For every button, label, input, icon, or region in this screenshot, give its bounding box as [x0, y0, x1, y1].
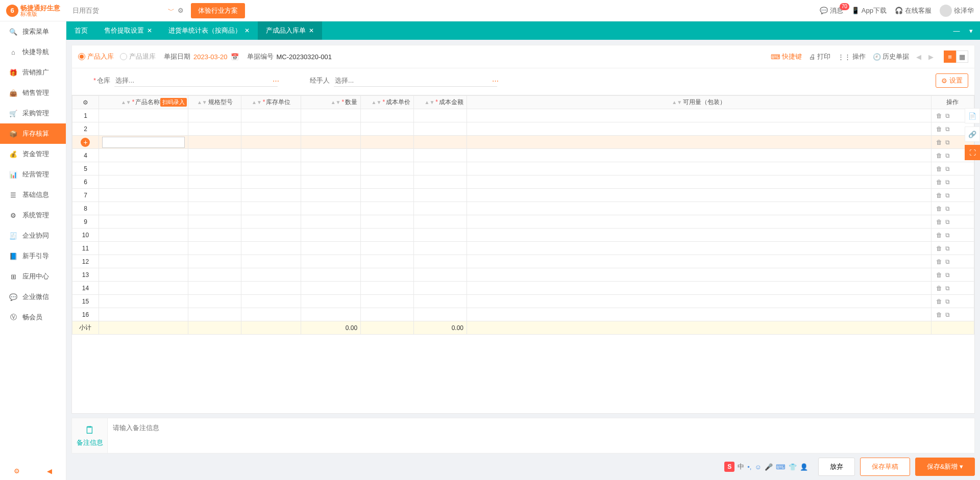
table-row[interactable]: 1🗑⧉: [72, 109, 974, 122]
tabs-menu-button[interactable]: ▾: [965, 24, 977, 37]
sidebar-item-6[interactable]: 💰资金管理: [0, 144, 66, 164]
copy-icon[interactable]: ⧉: [945, 311, 950, 318]
sidebar-item-0[interactable]: 🔍搜索菜单: [0, 21, 66, 42]
delete-icon[interactable]: 🗑: [936, 179, 942, 186]
sidebar-item-8[interactable]: ☰基础信息: [0, 185, 66, 205]
table-row[interactable]: 13🗑⧉: [72, 268, 974, 282]
sidebar-item-13[interactable]: 💬企业微信: [0, 287, 66, 307]
product-name-input[interactable]: [102, 137, 185, 148]
tab-3[interactable]: 产成品入库单✕: [258, 21, 322, 40]
delete-icon[interactable]: 🗑: [936, 218, 942, 225]
rail-link-icon[interactable]: 🔗: [965, 127, 980, 142]
sidebar-item-9[interactable]: ⚙系统管理: [0, 205, 66, 225]
table-row[interactable]: 9🗑⧉: [72, 215, 974, 229]
copy-icon[interactable]: ⧉: [945, 179, 950, 186]
sidebar-item-3[interactable]: 👜销售管理: [0, 83, 66, 103]
copy-icon[interactable]: ⧉: [945, 205, 950, 212]
sidebar-item-7[interactable]: 📊经营管理: [0, 164, 66, 185]
copy-icon[interactable]: ⧉: [945, 192, 950, 199]
delete-icon[interactable]: 🗑: [936, 271, 942, 279]
department-select[interactable]: 日用百货 ﹀: [72, 6, 175, 15]
table-row[interactable]: 14🗑⧉: [72, 282, 974, 295]
scan-badge[interactable]: 扫码录入: [160, 98, 187, 107]
handler-more-icon[interactable]: ⋯: [492, 77, 499, 85]
close-icon[interactable]: ✕: [147, 27, 152, 34]
delete-icon[interactable]: 🗑: [936, 311, 942, 318]
delete-icon[interactable]: 🗑: [936, 258, 942, 265]
gear-icon[interactable]: ⚙: [178, 7, 184, 14]
copy-icon[interactable]: ⧉: [945, 112, 950, 119]
save-draft-button[interactable]: 保存草稿: [860, 458, 910, 476]
copy-icon[interactable]: ⧉: [945, 271, 950, 279]
save-new-button[interactable]: 保存&新增 ▾: [915, 458, 975, 476]
copy-icon[interactable]: ⧉: [945, 258, 950, 265]
delete-icon[interactable]: 🗑: [936, 152, 942, 159]
print-button[interactable]: 🖨 打印: [809, 52, 830, 61]
messages-button[interactable]: 💬 消息 70: [820, 6, 843, 15]
view-card-button[interactable]: ▦: [956, 50, 968, 63]
sidebar-item-10[interactable]: 🧾企业协同: [0, 225, 66, 246]
table-row[interactable]: 2🗑⧉: [72, 122, 974, 136]
close-icon[interactable]: ✕: [244, 27, 250, 34]
user-menu[interactable]: 徐泽华: [940, 5, 974, 17]
copy-icon[interactable]: ⧉: [945, 298, 950, 305]
col-spec[interactable]: ▲▼规格型号: [188, 96, 241, 109]
sidebar-item-14[interactable]: Ⓥ畅会员: [0, 307, 66, 327]
table-row[interactable]: 6🗑⧉: [72, 175, 974, 189]
close-icon[interactable]: ✕: [309, 27, 314, 34]
handler-input[interactable]: [334, 74, 497, 87]
delete-icon[interactable]: 🗑: [936, 165, 942, 172]
sidebar-item-1[interactable]: ⌂快捷导航: [0, 42, 66, 62]
sidebar-item-11[interactable]: 📘新手引导: [0, 246, 66, 266]
copy-icon[interactable]: ⧉: [945, 245, 950, 252]
copy-icon[interactable]: ⧉: [945, 232, 950, 239]
next-icon[interactable]: ▶: [928, 53, 934, 61]
col-cost-amount[interactable]: ▲▼*成本金额: [414, 96, 467, 109]
table-row[interactable]: +🗑⧉: [72, 136, 974, 149]
remark-tab[interactable]: 🗒 备注信息: [72, 418, 108, 453]
sidebar-item-5[interactable]: 📦库存核算: [0, 123, 66, 144]
delete-icon[interactable]: 🗑: [936, 112, 942, 119]
shortcut-button[interactable]: ⌨ 快捷键: [771, 52, 802, 61]
col-unit[interactable]: ▲▼*库存单位: [241, 96, 301, 109]
tabs-minimize-button[interactable]: —: [950, 24, 963, 37]
sidebar-item-4[interactable]: 🛒采购管理: [0, 103, 66, 123]
remark-input[interactable]: [108, 418, 974, 453]
radio-product-out[interactable]: 产品退库: [120, 52, 156, 61]
calendar-icon[interactable]: 📅: [231, 53, 239, 61]
support-button[interactable]: 🎧 在线客服: [895, 6, 932, 15]
sidebar-item-2[interactable]: 🎁营销推广: [0, 62, 66, 83]
delete-icon[interactable]: 🗑: [936, 205, 942, 212]
operate-button[interactable]: ⋮⋮ 操作: [838, 52, 866, 61]
col-settings[interactable]: ⚙: [72, 96, 99, 109]
app-download-button[interactable]: 📱 App下载: [851, 6, 887, 15]
table-row[interactable]: 10🗑⧉: [72, 229, 974, 242]
table-row[interactable]: 11🗑⧉: [72, 242, 974, 255]
delete-icon[interactable]: 🗑: [936, 298, 942, 305]
table-row[interactable]: 15🗑⧉: [72, 295, 974, 308]
view-list-button[interactable]: ≡: [944, 50, 956, 63]
delete-icon[interactable]: 🗑: [936, 125, 942, 133]
copy-icon[interactable]: ⧉: [945, 165, 950, 172]
tab-0[interactable]: 首页: [66, 21, 96, 40]
delete-icon[interactable]: 🗑: [936, 245, 942, 252]
col-product-name[interactable]: ▲▼*产品名称ⓘ扫码录入: [99, 96, 188, 109]
copy-icon[interactable]: ⧉: [945, 139, 950, 146]
copy-icon[interactable]: ⧉: [945, 152, 950, 159]
col-quantity[interactable]: ▲▼*数量: [301, 96, 361, 109]
copy-icon[interactable]: ⧉: [945, 285, 950, 292]
prev-icon[interactable]: ◀: [916, 53, 921, 61]
tab-1[interactable]: 售价提取设置✕: [96, 21, 160, 40]
settings-button[interactable]: ⚙ 设置: [936, 73, 968, 88]
warehouse-input[interactable]: [114, 74, 278, 87]
delete-icon[interactable]: 🗑: [936, 232, 942, 239]
discard-button[interactable]: 放弃: [818, 458, 855, 476]
table-row[interactable]: 12🗑⧉: [72, 255, 974, 268]
table-row[interactable]: 8🗑⧉: [72, 202, 974, 215]
table-row[interactable]: 7🗑⧉: [72, 189, 974, 202]
table-row[interactable]: 5🗑⧉: [72, 162, 974, 175]
add-row-button[interactable]: +: [81, 138, 90, 147]
history-button[interactable]: 🕘 历史单据: [873, 52, 909, 61]
date-value[interactable]: 2023-03-20: [193, 53, 228, 61]
delete-icon[interactable]: 🗑: [936, 192, 942, 199]
